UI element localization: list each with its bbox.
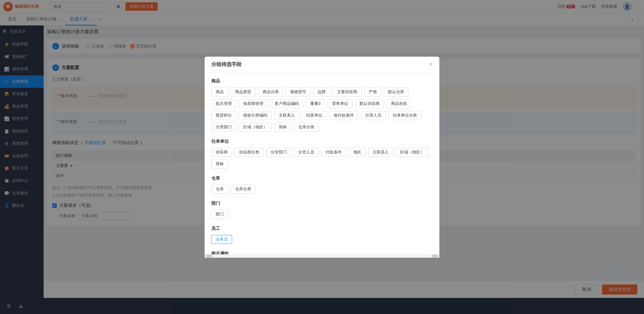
field-tag[interactable]: 主联系人 — [274, 111, 299, 120]
group-title-staff: 员工 — [211, 226, 433, 232]
field-tag[interactable]: 品牌 — [313, 87, 330, 97]
modal-dialog: 分组待选字段 × 商品 商品 商品类型 商品分类 规格型号 品牌 主要供应商 产… — [205, 57, 439, 258]
field-tag[interactable]: 简称 — [274, 123, 291, 132]
field-tag[interactable]: 地区 — [349, 148, 366, 157]
field-tag[interactable]: 商品别名 — [387, 99, 412, 108]
field-tag[interactable]: 仓库 — [211, 185, 228, 194]
group-title-warehouse: 仓库 — [211, 175, 433, 181]
field-tag[interactable]: 主联系人 — [368, 148, 393, 157]
field-group-staff: 员工 业务员 — [211, 226, 433, 244]
field-group-department: 部门 部门 — [211, 200, 433, 219]
field-tag[interactable]: 税收分类编码 — [239, 111, 272, 120]
warehouse-field-tags: 仓库 仓库分类 — [211, 185, 433, 194]
hscroll-right[interactable] — [431, 255, 438, 257]
modal-header: 分组待选字段 × — [205, 57, 439, 73]
modal-body: 商品 商品 商品类型 商品分类 规格型号 品牌 主要供应商 产地 默认仓库 批次… — [205, 73, 439, 254]
group-title-department: 部门 — [211, 200, 433, 206]
field-tag[interactable]: 商品分类 — [258, 87, 283, 97]
field-tag[interactable]: 部门 — [211, 210, 228, 219]
field-tag[interactable]: 商品 — [211, 87, 228, 97]
field-group-product: 商品 商品 商品类型 商品分类 规格型号 品牌 主要供应商 产地 默认仓库 批次… — [211, 78, 433, 132]
field-tag[interactable]: 付款条件 — [321, 148, 346, 157]
field-tag[interactable]: 区域（地区） — [239, 123, 272, 132]
group-title-product: 商品 — [211, 78, 433, 84]
field-tag-staff-business[interactable]: 业务员 — [211, 235, 232, 244]
hscroll-thumb[interactable] — [206, 255, 213, 257]
staff-field-tags: 业务员 — [211, 235, 433, 244]
product-field-tags: 商品 商品类型 商品分类 规格型号 品牌 主要供应商 产地 默认仓库 批次管理 … — [211, 87, 433, 132]
field-tag[interactable]: 商品类型 — [231, 87, 256, 97]
modal-title: 分组待选字段 — [211, 61, 241, 68]
field-tag[interactable]: 重量3 — [306, 99, 325, 108]
field-tag[interactable]: 零售单位 — [328, 99, 353, 108]
partner-field-tags: 供应商 供应商分类 分管部门 分管人员 付款条件 地区 主联系人 区域（地区） … — [211, 148, 433, 169]
field-tag[interactable]: 分管部门 — [211, 123, 236, 132]
field-tag[interactable]: 仓库分类 — [294, 123, 319, 132]
modal-close-button[interactable]: × — [430, 61, 433, 67]
field-tag[interactable]: 收付款条件 — [329, 111, 358, 120]
field-tag[interactable]: 简称 — [211, 160, 228, 169]
field-tag[interactable]: 供应商 — [211, 148, 232, 157]
field-tag[interactable]: 供应商分类 — [235, 148, 264, 157]
field-group-warehouse: 仓库 仓库 仓库分类 — [211, 175, 433, 194]
field-tag[interactable]: 保质期管理 — [239, 99, 268, 108]
group-title-product-attr: 商品属性 — [211, 251, 433, 254]
field-tag[interactable]: 区域（地区） — [396, 148, 429, 157]
field-tag[interactable]: 批次管理 — [211, 99, 236, 108]
field-tag[interactable]: 规格型号 — [286, 87, 311, 97]
group-title-partner: 往来单位 — [211, 138, 433, 144]
field-tag[interactable]: 拣货积分 — [211, 111, 236, 120]
field-group-partner: 往来单位 供应商 供应商分类 分管部门 分管人员 付款条件 地区 主联系人 区域… — [211, 138, 433, 169]
field-tag[interactable]: 主要供应商 — [333, 87, 362, 97]
field-tag[interactable]: 仓库分类 — [231, 185, 256, 194]
field-tag[interactable]: 分管人员 — [361, 111, 386, 120]
field-tag[interactable]: 默认仓库 — [384, 87, 409, 97]
department-field-tags: 部门 — [211, 210, 433, 219]
modal-hscrollbar — [205, 254, 439, 258]
field-tag[interactable]: 默认供应商 — [355, 99, 384, 108]
field-tag[interactable]: 往来单位分类 — [388, 111, 421, 120]
field-tag[interactable]: 分管人员 — [294, 148, 319, 157]
field-group-product-attr: 商品属性 属性 颜色 多规格 尺码 鞋码 1 — [211, 251, 433, 254]
field-tag[interactable]: 产地 — [364, 87, 381, 97]
field-tag[interactable]: 分管部门 — [266, 148, 291, 157]
field-tag[interactable]: 结算单位 — [302, 111, 327, 120]
field-tag[interactable]: 客户商品编码 — [270, 99, 303, 108]
